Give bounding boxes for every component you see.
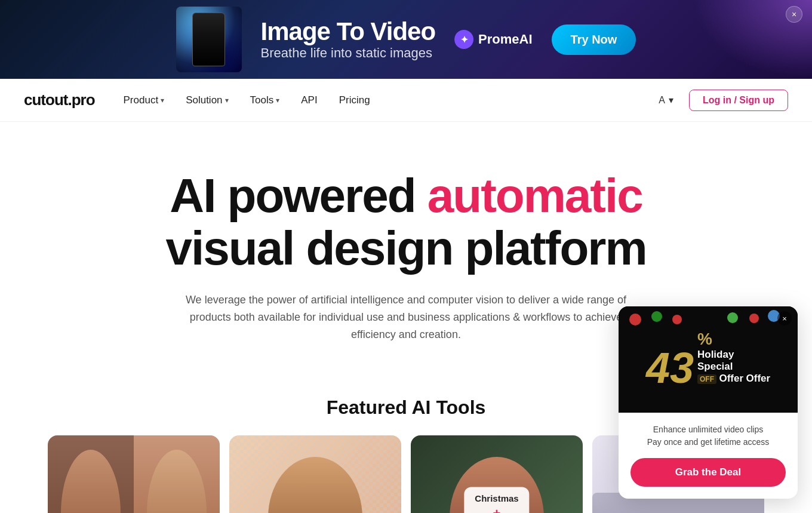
popup-desc-line1: Enhance unlimited video clips <box>630 423 786 436</box>
ornament-red-3 <box>749 314 759 323</box>
lang-chevron-icon: ▾ <box>669 94 673 106</box>
popup-close-button[interactable]: × <box>777 311 792 325</box>
christmas-badge: Christmas + <box>464 487 529 513</box>
popup-overlay: × 43 % Holiday Special OFF Offer Offer <box>619 306 798 499</box>
popup-desc-line2: Pay once and get lifetime access <box>630 436 786 449</box>
nav-solution[interactable]: Solution ▾ <box>186 94 228 106</box>
nav-tools[interactable]: Tools ▾ <box>250 94 280 106</box>
off-label: OFF <box>697 374 716 384</box>
popup-body: Enhance unlimited video clips Pay once a… <box>619 413 798 499</box>
holiday-line1: Holiday <box>697 349 770 361</box>
holiday-line2: Special <box>697 361 770 373</box>
nav-pricing[interactable]: Pricing <box>339 94 370 106</box>
ornament-red-2 <box>672 315 682 324</box>
tools-chevron-icon: ▾ <box>276 96 279 105</box>
tool-card-1-left <box>48 435 134 513</box>
nav-product[interactable]: Product ▾ <box>124 94 165 106</box>
hero-title: AI powered automatic visual design platf… <box>137 170 675 275</box>
hero-title-line2: visual design platform <box>165 222 646 275</box>
nav-right: A ▾ Log in / Sign up <box>653 90 788 111</box>
ornament-red-1 <box>629 314 641 325</box>
popup-banner: 43 % Holiday Special OFF Offer Offer <box>619 306 798 413</box>
ad-sub-text: Breathe life into static images <box>261 45 436 61</box>
nav-links: Product ▾ Solution ▾ Tools ▾ API Pricing <box>124 94 653 106</box>
tool-card-1[interactable] <box>48 435 220 513</box>
tool-card-2[interactable] <box>229 435 401 513</box>
navbar: cutout.pro Product ▾ Solution ▾ Tools ▾ … <box>0 79 812 122</box>
ad-product-image <box>176 7 242 72</box>
badge-text: Christmas <box>475 493 518 503</box>
ad-try-button[interactable]: Try Now <box>552 24 636 55</box>
ad-main-text: Image To Video <box>261 18 436 45</box>
nav-api[interactable]: API <box>301 94 317 106</box>
ad-text-area: Image To Video Breathe life into static … <box>261 18 436 61</box>
popup-discount: 43 % Holiday Special OFF Offer Offer <box>646 330 770 390</box>
tool-card-1-right <box>134 435 220 513</box>
language-button[interactable]: A ▾ <box>653 91 679 109</box>
offer-label: Offer <box>719 373 743 384</box>
translate-icon: A <box>659 95 665 106</box>
product-chevron-icon: ▾ <box>161 96 164 105</box>
ad-close-button[interactable]: × <box>786 6 802 23</box>
popup-desc: Enhance unlimited video clips Pay once a… <box>630 423 786 449</box>
holiday-text: Holiday Special OFF Offer Offer <box>697 349 770 385</box>
hero-title-line1: AI powered automatic <box>170 169 642 222</box>
ornament-green-1 <box>651 311 662 322</box>
discount-right: % Holiday Special OFF Offer Offer <box>697 330 770 390</box>
badge-plus: + <box>493 506 501 513</box>
login-signup-button[interactable]: Log in / Sign up <box>689 90 788 111</box>
offer-label-2: Offer <box>746 373 771 384</box>
hero-subtitle: We leverage the power of artificial inte… <box>179 291 633 343</box>
ornament-green-2 <box>727 312 738 323</box>
grab-deal-button[interactable]: Grab the Deal <box>630 458 786 487</box>
discount-number: 43 <box>646 346 694 389</box>
tool-card-3[interactable]: Christmas + <box>411 435 583 513</box>
discount-percent: % <box>697 330 770 349</box>
ad-banner: Image To Video Breathe life into static … <box>0 0 812 79</box>
ad-logo-icon: ✦ <box>454 30 473 49</box>
ad-logo-name: PromeAI <box>478 32 532 47</box>
solution-chevron-icon: ▾ <box>225 96 229 105</box>
site-logo[interactable]: cutout.pro <box>24 91 95 109</box>
ad-logo: ✦ PromeAI <box>454 30 532 49</box>
